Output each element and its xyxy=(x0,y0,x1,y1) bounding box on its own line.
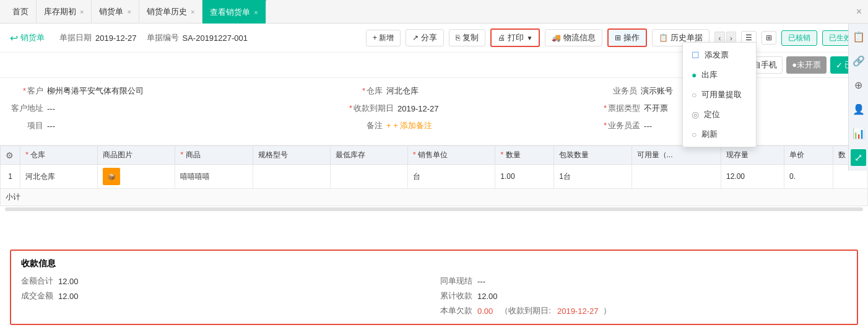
share-button[interactable]: ↗ 分享 xyxy=(406,29,444,46)
new-button[interactable]: + 新增 xyxy=(366,30,401,46)
confirmed-icon: ✓ xyxy=(836,61,843,70)
col-warehouse: * 仓库 xyxy=(20,146,98,165)
date-label: 单据日期 xyxy=(59,32,92,43)
doc-number-field: 单据编号 SA-20191227-001 xyxy=(147,32,248,43)
staff-label: 业务员 xyxy=(604,85,641,97)
debt-note: （收款到期日: xyxy=(500,305,551,316)
total-amount-value: 12.00 xyxy=(58,277,79,286)
ticket-type-label: 票据类型 xyxy=(604,103,644,114)
doc-icon: ↩ xyxy=(10,32,18,44)
sidebar-icon-5[interactable]: 📊 xyxy=(850,125,867,142)
col-spec: 规格型号 xyxy=(253,146,330,165)
project-value: --- xyxy=(47,121,55,131)
logistics-label: 物流信息 xyxy=(563,32,596,43)
row-qty: 1.00 xyxy=(495,165,554,189)
cumulative-label: 累计收款 xyxy=(440,290,472,302)
col-unit-price: 单价 xyxy=(784,146,833,165)
row-pack-qty: 1台 xyxy=(554,165,631,189)
dropdown-add-invoice[interactable]: ☐ 添发票 xyxy=(683,45,756,65)
sidebar-icon-2[interactable]: 🔗 xyxy=(850,53,867,69)
operation-icon: ⊞ xyxy=(615,33,621,42)
col-unit: * 销售单位 xyxy=(407,146,495,165)
transaction-label: 成交金额 xyxy=(21,290,53,302)
tab-view-sales[interactable]: 查看销货单 × xyxy=(202,0,266,24)
col-pack-qty: 包装数量 xyxy=(554,146,631,165)
dropdown-outbound[interactable]: ● 出库 xyxy=(683,65,756,85)
debt-note-end: ） xyxy=(603,305,611,316)
outbound-icon: ● xyxy=(692,70,697,80)
sold-badge: 已核销 xyxy=(781,30,817,46)
right-sidebar: 📋 🔗 ⊕ 👤 📊 ⤢ xyxy=(848,24,868,171)
add-notes-button[interactable]: + + 添加备注 xyxy=(386,120,432,131)
product-table-container: ⚙ * 仓库 商品图片 * 商品 规格型号 最低库存 * 销售单位 * 数量 包… xyxy=(0,145,868,245)
row-image: 📦 xyxy=(98,165,175,189)
share-icon: ↗ xyxy=(412,33,419,42)
operation-label: 操作 xyxy=(623,32,640,43)
sidebar-icon-1[interactable]: 📋 xyxy=(850,28,867,45)
extract-icon: ○ xyxy=(692,90,697,100)
grid-view-button[interactable]: ⊞ xyxy=(762,31,776,45)
tab-bar: 首页 库存期初 × 销货单 × 销货单历史 × 查看销货单 × × xyxy=(0,0,868,24)
tab-inventory-init[interactable]: 库存期初 × xyxy=(37,0,92,24)
row-product: 嘻嘻嘻嘻 xyxy=(175,165,253,189)
due-date-label: 收款到期日 xyxy=(349,103,397,114)
same-bill-label: 同单现结 xyxy=(440,276,472,287)
close-icon-history[interactable]: × xyxy=(191,8,194,15)
doc-actions: + 新增 ↗ 分享 ⎘ 复制 🖨 打印 ▼ 🚚 物流信息 xyxy=(366,28,858,47)
project-label: 项目 xyxy=(10,120,47,131)
subtotal-label: 小计 xyxy=(1,189,868,206)
payment-info-title: 收款信息 xyxy=(21,258,847,269)
tab-home[interactable]: 首页 xyxy=(5,0,37,24)
invoice-icon: ☐ xyxy=(692,50,700,60)
close-icon-inventory[interactable]: × xyxy=(80,8,84,15)
total-amount-row: 金额合计 12.00 xyxy=(21,276,428,287)
tab-sales-label: 销货单 xyxy=(99,6,123,17)
col-current-stock: 现存量 xyxy=(721,146,784,165)
payment-info-box: 收款信息 金额合计 12.00 成交金额 12.00 同单现结 --- xyxy=(10,250,858,325)
print-label: 打印 xyxy=(508,32,524,43)
logistics-button[interactable]: 🚚 物流信息 xyxy=(545,29,602,46)
window-close-button[interactable]: × xyxy=(856,6,862,17)
product-image: 📦 xyxy=(103,168,120,185)
col-settings[interactable]: ⚙ xyxy=(1,146,20,165)
print-button[interactable]: 🖨 打印 ▼ xyxy=(490,28,540,47)
tab-sales-history[interactable]: 销货单历史 × xyxy=(139,0,202,24)
close-icon-sales[interactable]: × xyxy=(127,8,131,15)
close-icon-view[interactable]: × xyxy=(254,9,258,16)
sidebar-expand-icon[interactable]: ⤢ xyxy=(851,149,866,166)
address-label: 客户地址 xyxy=(10,103,47,114)
sidebar-icon-4[interactable]: 👤 xyxy=(850,101,867,118)
settings-icon[interactable]: ⚙ xyxy=(6,150,14,160)
dropdown-locate[interactable]: ◎ 定位 xyxy=(683,105,756,124)
tab-inventory-label: 库存期初 xyxy=(44,6,76,17)
add-invoice-label: 添发票 xyxy=(705,50,729,61)
copy-button[interactable]: ⎘ 复制 xyxy=(449,29,485,46)
horizontal-scrollbar[interactable] xyxy=(5,207,863,211)
copy-label: 复制 xyxy=(462,32,479,43)
print-dropdown-arrow: ▼ xyxy=(526,35,532,41)
notes-field: 备注 + + 添加备注 xyxy=(349,120,604,131)
locate-label: 定位 xyxy=(704,109,720,120)
ticket-type-value: 不开票 xyxy=(644,103,668,114)
debt-row: 本单欠款 0.00 （收款到期日: 2019-12-27 ） xyxy=(440,305,847,316)
row-available xyxy=(631,165,721,189)
debt-label: 本单欠款 xyxy=(440,305,472,316)
due-date-field: 收款到期日 2019-12-27 xyxy=(349,103,604,114)
tab-sales-order[interactable]: 销货单 × xyxy=(92,0,139,24)
sidebar-icon-3[interactable]: ⊕ xyxy=(852,77,865,93)
operation-button[interactable]: ⊞ 操作 xyxy=(607,28,647,47)
dropdown-refresh[interactable]: ○ 刷新 xyxy=(683,124,756,144)
customer-label: 客户 xyxy=(10,85,47,97)
transaction-row: 成交金额 12.00 xyxy=(21,290,428,302)
print-icon: 🖨 xyxy=(498,33,505,42)
not-open-button[interactable]: ●未开票 xyxy=(786,56,827,74)
debt-value: 0.00 xyxy=(477,306,493,316)
address-value: --- xyxy=(47,104,55,113)
logistics-icon: 🚚 xyxy=(552,33,561,42)
row-index: 1 xyxy=(1,165,20,189)
dropdown-available-extract[interactable]: ○ 可用量提取 xyxy=(683,85,756,105)
cumulative-row: 累计收款 12.00 xyxy=(440,290,847,302)
operation-dropdown: ☐ 添发票 ● 出库 ○ 可用量提取 ◎ 定位 ○ 刷新 xyxy=(682,42,757,147)
not-open-label: ●未开票 xyxy=(792,59,821,71)
col-available: 可用量（... xyxy=(631,146,721,165)
